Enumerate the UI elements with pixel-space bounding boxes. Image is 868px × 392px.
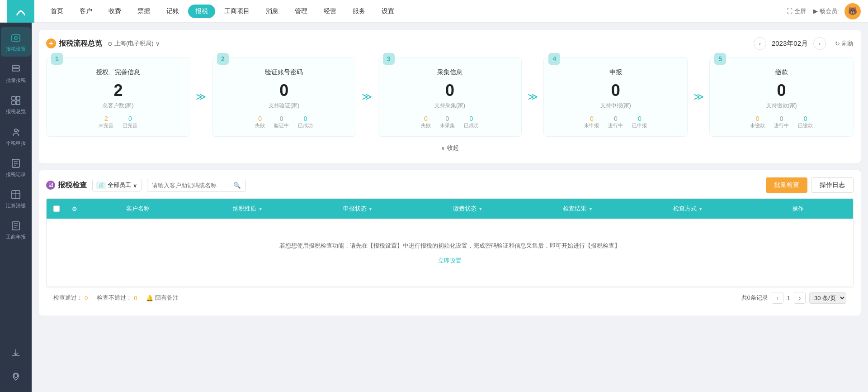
svg-rect-4 (12, 96, 15, 100)
vip-button[interactable]: ▶ 畅会员 (813, 7, 837, 15)
prev-month-button[interactable]: ‹ (754, 37, 766, 50)
svg-rect-16 (12, 222, 19, 230)
card-stats-3: 0 失败 0 未采集 0 已成功 (386, 115, 514, 129)
pagination: 共0条记录 ‹ 1 › 30 条/页 (741, 292, 846, 304)
chevron-down-icon: ∨ (156, 40, 160, 47)
filter-icon-2: ▼ (368, 206, 373, 211)
top-nav: 首页 客户 收费 票据 记账 报税 工商项目 消息 管理 经营 服务 设置 ⛶ … (0, 0, 868, 23)
col-check-method[interactable]: 检查方式 ▼ (633, 205, 743, 213)
stat-reporting: 0 进行中 (608, 115, 623, 129)
sidebar-item-personal-tax[interactable]: 个税申报 (1, 121, 31, 151)
table-empty-body: 若您想使用报税检查功能，请先在【报税设置】中进行报税的初始化设置，完成密码验证和… (47, 219, 853, 287)
card-subtitle-2: 支持验证(家) (220, 102, 349, 110)
pass-stat: 检查通过： 0 (53, 294, 88, 302)
staff-tag: 员 (96, 182, 106, 189)
nav-right: ⛶ 全屏 ▶ 畅会员 🐻 (787, 3, 861, 19)
sidebar-item-batch-tax[interactable]: 批量报税 (1, 58, 31, 88)
sidebar-item-settlement[interactable]: 汇算清缴 (1, 184, 31, 213)
personal-tax-label: 个税申报 (6, 140, 26, 146)
filter-icon-5: ▼ (698, 206, 703, 211)
nav-business[interactable]: 工商项目 (217, 5, 257, 18)
nav-messages[interactable]: 消息 (259, 5, 286, 18)
batch-tax-label: 批量报税 (6, 77, 26, 83)
card-title-5: 缴款 (717, 68, 846, 76)
header-checkbox[interactable] (47, 206, 66, 212)
col-operation: 操作 (743, 205, 853, 213)
nav-operation[interactable]: 经营 (316, 5, 344, 18)
col-pay-status[interactable]: 缴费状态 ▼ (413, 205, 523, 213)
setup-link[interactable]: 立即设置 (438, 257, 462, 265)
svg-rect-0 (12, 35, 20, 41)
note-stat: 🔔 囧有备注 (146, 294, 179, 302)
next-month-button[interactable]: › (813, 37, 826, 50)
nav-invoices[interactable]: 票据 (130, 5, 157, 18)
col-tax-nature[interactable]: 纳税性质 ▼ (193, 205, 302, 213)
flow-card-3: 3 采集信息 0 支持采集(家) 0 失败 0 未采集 (378, 57, 522, 137)
tax-setting-label: 报税设置 (6, 46, 26, 52)
action-buttons: 批量检查 操作日志 (766, 177, 854, 193)
nav-customer[interactable]: 客户 (72, 5, 99, 18)
total-records: 共0条记录 (741, 294, 768, 302)
stat-collect-fail: 0 失败 (421, 115, 431, 129)
stat-unpaid: 0 未缴款 (750, 115, 765, 129)
settlement-label: 汇算清缴 (6, 203, 26, 209)
nav-service[interactable]: 服务 (345, 5, 373, 18)
main-layout: 报税设置 批量报税 报税总览 (0, 23, 868, 392)
header-settings[interactable]: ⚙ (66, 206, 83, 212)
tax-overview-icon (9, 94, 22, 107)
card-step-1: 1 (51, 53, 63, 65)
collapse-button[interactable]: ∧ 收起 (46, 140, 854, 156)
next-page-button[interactable]: › (794, 292, 806, 304)
flow-card-1: 1 授权、完善信息 2 总客户数(家) 2 未完善 0 已完善 (46, 57, 190, 137)
sidebar-item-annual-report[interactable]: 工商年报 (1, 215, 31, 244)
check-header: ☑ 报税检查 员 全部员工 ∨ 🔍 批量检查 操作日志 (46, 177, 854, 193)
fail-count[interactable]: 0 (134, 295, 137, 301)
nav-fees[interactable]: 收费 (101, 5, 128, 18)
card-title-1: 授权、完善信息 (54, 68, 183, 76)
pass-count[interactable]: 0 (85, 295, 88, 301)
location-icon: ⊙ (108, 40, 113, 47)
tax-overview-label: 报税总览 (6, 109, 26, 115)
search-button[interactable]: 🔍 (229, 179, 245, 191)
flow-title-text: 报税流程总览 (59, 39, 102, 48)
col-check-result[interactable]: 检查结果 ▼ (523, 205, 633, 213)
nav-home[interactable]: 首页 (43, 5, 71, 18)
card-step-3: 3 (383, 53, 395, 65)
search-box: 🔍 (147, 179, 246, 192)
nav-settings[interactable]: 设置 (374, 5, 401, 18)
sidebar-item-tax-overview[interactable]: 报税总览 (1, 90, 31, 119)
personal-tax-icon (9, 126, 22, 139)
col-report-status[interactable]: 申报状态 ▼ (303, 205, 413, 213)
location-tag[interactable]: ⊙ 上海(电子税局) ∨ (108, 39, 160, 48)
flow-card-2: 2 验证账号密码 0 支持验证(家) 0 失败 0 验证中 (212, 57, 356, 137)
sidebar-item-download[interactable] (1, 342, 31, 364)
page-size-select[interactable]: 30 条/页 (809, 292, 846, 304)
nav-tax[interactable]: 报税 (188, 5, 215, 18)
flow-card-5: 5 缴款 0 支持缴款(家) 0 未缴款 0 进行中 (709, 57, 854, 137)
first-page-button[interactable]: ‹ (772, 292, 783, 304)
logo (7, 0, 34, 23)
stat-complete: 0 已完善 (123, 115, 137, 129)
vip-label: 畅会员 (820, 7, 837, 15)
select-all-checkbox[interactable] (53, 206, 60, 212)
nav-bookkeeping[interactable]: 记账 (159, 5, 186, 18)
card-count-1: 2 (54, 81, 183, 100)
search-input[interactable] (147, 179, 229, 191)
settings-icon: ⚙ (72, 206, 77, 212)
card-title-2: 验证账号密码 (220, 68, 349, 76)
sidebar-item-tax-setting[interactable]: 报税设置 (1, 27, 31, 57)
empty-hint-text: 若您想使用报税检查功能，请先在【报税设置】中进行报税的初始化设置，完成密码验证和… (279, 240, 620, 251)
batch-check-button[interactable]: 批量检查 (766, 177, 807, 193)
refresh-button[interactable]: ↻ 刷新 (835, 39, 854, 48)
log-button[interactable]: 操作日志 (811, 177, 854, 193)
nav-management[interactable]: 管理 (288, 5, 315, 18)
user-avatar[interactable]: 🐻 (844, 3, 861, 19)
staff-selector[interactable]: 员 全部员工 ∨ (92, 179, 142, 191)
card-count-5: 0 (717, 81, 846, 100)
arrow-3-4: ≫ (522, 91, 543, 103)
flow-overview-panel: + 报税流程总览 ⊙ 上海(电子税局) ∨ ‹ 2023年02月 › ↻ 刷新 (39, 30, 861, 163)
fullscreen-button[interactable]: ⛶ 全屏 (787, 7, 806, 15)
stat-reported: 0 已申报 (632, 115, 647, 129)
sidebar-item-location[interactable] (1, 366, 31, 387)
sidebar-item-tax-record[interactable]: 报税记录 (1, 153, 31, 182)
